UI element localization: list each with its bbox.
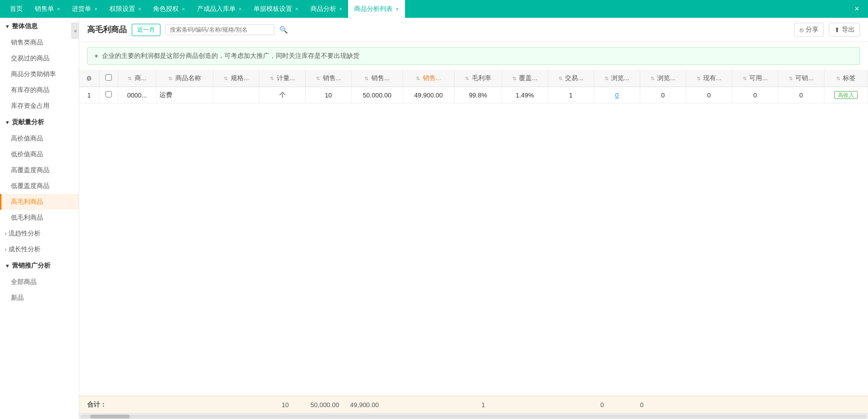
- close-template-tab[interactable]: ×: [295, 6, 298, 12]
- close-permission-tab[interactable]: ×: [138, 6, 141, 12]
- sidebar-item-low-coverage[interactable]: 低覆盖度商品: [0, 178, 79, 194]
- scrollbar-track[interactable]: [80, 415, 867, 419]
- cell-trade-count: 1: [548, 87, 594, 103]
- trend-group-arrow: ›: [5, 231, 6, 236]
- th-sales-qty[interactable]: ⇅ 销售...: [306, 70, 352, 87]
- sidebar-group-marketing[interactable]: ▼ 营销推广分析: [0, 257, 79, 274]
- scrollbar-thumb[interactable]: [90, 415, 130, 419]
- sort-icon-unit: ⇅: [270, 76, 274, 81]
- nav-item-template[interactable]: 单据模板设置 ×: [248, 0, 304, 18]
- row-checkbox[interactable]: [105, 91, 112, 97]
- th-unit[interactable]: ⇅ 计量...: [259, 70, 306, 87]
- th-checkbox[interactable]: [99, 70, 118, 87]
- footer-total: 合计： 10 50,000.00 49,900.00 1 0 0: [79, 396, 868, 413]
- cell-name: 运费: [156, 87, 213, 103]
- sidebar-item-low-value[interactable]: 低价值商品: [0, 146, 79, 162]
- sidebar-item-stock-capital[interactable]: 库存资金占用: [0, 98, 79, 114]
- table-wrapper[interactable]: ⚙ ⇅ 商... ⇅ 商品名称: [79, 70, 868, 396]
- top-nav: 首页 销售单 × 进货单 × 权限设置 × 角色授权 × 产成品入库单 × 单据…: [0, 0, 868, 18]
- sidebar-group-trend[interactable]: › 流趋性分析: [0, 226, 79, 241]
- th-name[interactable]: ⇅ 商品名称: [156, 70, 213, 87]
- nav-item-home[interactable]: 首页: [4, 0, 29, 18]
- sidebar-item-high-margin[interactable]: 高毛利商品: [0, 194, 79, 210]
- close-analysis-list-tab[interactable]: ×: [396, 6, 399, 12]
- sidebar-item-sales-goods[interactable]: 销售类商品: [0, 35, 79, 50]
- th-browse1[interactable]: ⇅ 浏览...: [594, 70, 640, 87]
- th-stock-current[interactable]: ⇅ 现有...: [686, 70, 732, 87]
- search-icon[interactable]: 🔍: [279, 26, 288, 34]
- data-table: ⚙ ⇅ 商... ⇅ 商品名称: [79, 70, 868, 103]
- window-close-btn[interactable]: ×: [850, 4, 864, 13]
- cell-sales-amount: 50,000.00: [352, 87, 403, 103]
- th-sales-amount[interactable]: ⇅ 销售...: [352, 70, 403, 87]
- th-sales-cost[interactable]: ⇅ 销售...: [403, 70, 454, 87]
- footer-sales-amount: 50,000.00: [305, 401, 345, 409]
- sidebar-item-in-stock[interactable]: 有库存的商品: [0, 82, 79, 98]
- sidebar-group-contribution[interactable]: ▼ 贡献量分析: [0, 114, 79, 131]
- sort-icon-browse2: ⇅: [651, 76, 655, 81]
- sidebar-item-high-value[interactable]: 高价值商品: [0, 131, 79, 146]
- info-banner: ✦ 企业的主要的利润都是这部分商品创造的，可考虑加大推广，同时关注库存是不要出现…: [87, 47, 860, 65]
- tag-badge: 高收入: [834, 91, 858, 99]
- footer-label: 合计：: [87, 400, 127, 409]
- horizontal-scrollbar[interactable]: [79, 413, 868, 419]
- search-input[interactable]: [165, 24, 274, 35]
- sidebar-collapse-btn[interactable]: «: [71, 23, 79, 39]
- nav-item-role[interactable]: 角色授权 ×: [147, 0, 191, 18]
- th-stock-saleable[interactable]: ⇅ 可销...: [778, 70, 824, 87]
- nav-item-product-in[interactable]: 产成品入库单 ×: [191, 0, 248, 18]
- contribution-group-arrow: ▼: [5, 120, 10, 125]
- cell-unit: 个: [259, 87, 306, 103]
- page-title: 高毛利商品: [87, 25, 127, 35]
- sort-icon-sales-qty: ⇅: [316, 76, 320, 81]
- nav-item-analysis[interactable]: 商品分析 ×: [305, 0, 348, 18]
- cell-code: 0000...: [118, 87, 156, 103]
- close-sales-tab[interactable]: ×: [57, 6, 60, 12]
- nav-item-analysis-list[interactable]: 商品分析列表 ×: [348, 0, 405, 18]
- footer-col2: 0: [622, 401, 662, 409]
- sidebar-item-traded-goods[interactable]: 交易过的商品: [0, 50, 79, 66]
- sidebar-item-category-rate[interactable]: 商品分类助销率: [0, 66, 79, 82]
- close-analysis-tab[interactable]: ×: [339, 6, 342, 12]
- sort-icon-sales-amount: ⇅: [364, 76, 368, 81]
- footer-col1: 0: [582, 401, 622, 409]
- filter-recent-month-btn[interactable]: 近一月: [132, 24, 160, 36]
- sidebar-group-overall[interactable]: ▼ 整体信息: [0, 18, 79, 35]
- marketing-group-arrow: ▼: [5, 263, 10, 269]
- th-browse2[interactable]: ⇅ 浏览...: [640, 70, 686, 87]
- sidebar-group-growth[interactable]: › 成长性分析: [0, 241, 79, 257]
- sidebar-item-new-goods[interactable]: 新品: [0, 290, 79, 306]
- sort-icon-tag: ⇅: [836, 76, 840, 81]
- share-btn[interactable]: ⎋ 分享: [794, 23, 824, 37]
- cell-sales-qty: 10: [306, 87, 352, 103]
- sort-icon-trade-count: ⇅: [559, 76, 562, 81]
- close-purchase-tab[interactable]: ×: [94, 6, 97, 12]
- settings-icon[interactable]: ⚙: [86, 75, 92, 82]
- close-product-in-tab[interactable]: ×: [239, 6, 242, 12]
- th-code[interactable]: ⇅ 商...: [118, 70, 156, 87]
- th-stock-available[interactable]: ⇅ 可用...: [732, 70, 778, 87]
- cell-checkbox[interactable]: [99, 87, 118, 103]
- cell-stock-saleable: 0: [778, 87, 824, 103]
- th-trade-count[interactable]: ⇅ 交易...: [548, 70, 594, 87]
- nav-item-permission[interactable]: 权限设置 ×: [103, 0, 147, 18]
- nav-item-purchase[interactable]: 进货单 ×: [66, 0, 103, 18]
- table-header-row: ⚙ ⇅ 商... ⇅ 商品名称: [79, 70, 868, 87]
- close-role-tab[interactable]: ×: [182, 6, 185, 12]
- sidebar-item-low-margin[interactable]: 低毛利商品: [0, 210, 79, 226]
- cell-browse1[interactable]: 0: [594, 87, 640, 103]
- th-spec[interactable]: ⇅ 规格...: [213, 70, 259, 87]
- th-gross-rate[interactable]: ⇅ 毛利率: [454, 70, 502, 87]
- sidebar-item-all-goods[interactable]: 全部商品: [0, 274, 79, 290]
- th-tag[interactable]: ⇅ 标签: [824, 70, 868, 87]
- sort-icon-sales-cost: ⇅: [416, 76, 420, 81]
- select-all-checkbox[interactable]: [105, 74, 112, 81]
- browse1-link[interactable]: 0: [615, 92, 618, 99]
- export-btn[interactable]: ⬆ 导出: [829, 23, 860, 37]
- sidebar-item-high-coverage[interactable]: 高覆盖度商品: [0, 162, 79, 178]
- nav-item-sales[interactable]: 销售单 ×: [29, 0, 66, 18]
- overall-group-arrow: ▼: [5, 24, 10, 29]
- th-coverage[interactable]: ⇅ 覆盖...: [502, 70, 548, 87]
- cell-gross-rate: 99.8%: [454, 87, 502, 103]
- sort-icon-spec: ⇅: [224, 76, 228, 81]
